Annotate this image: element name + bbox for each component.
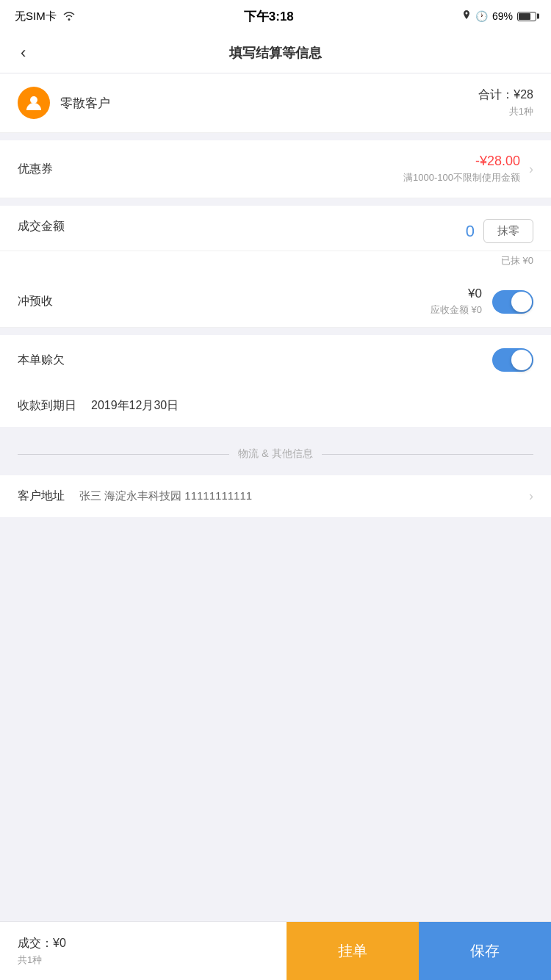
bottom-bar: 成交：¥0 共1种 挂单 保存	[0, 921, 551, 980]
nav-bar: ‹ 填写结算等信息	[0, 32, 551, 73]
address-value: 张三 海淀永丰科技园 11111111111	[79, 489, 252, 503]
customer-left: 零散客户	[18, 87, 110, 119]
address-row[interactable]: 客户地址 张三 海淀永丰科技园 11111111111 ›	[0, 475, 551, 517]
bottom-count: 共1种	[18, 954, 269, 967]
save-button[interactable]: 保存	[419, 922, 551, 981]
duedate-value: 2019年12月30日	[91, 398, 179, 414]
coupon-chevron-icon: ›	[529, 162, 533, 177]
toggle-knob	[511, 292, 532, 312]
status-bar: 无SIM卡 下午3:18 🕐 69%	[0, 0, 551, 32]
prepay-right: ¥0 应收金额 ¥0	[431, 287, 533, 317]
coupon-sub: 满1000-100不限制使用金额	[403, 171, 520, 184]
status-right: 🕐 69%	[462, 10, 536, 23]
coupon-value: -¥28.00	[403, 154, 520, 169]
divider-3	[0, 328, 551, 335]
divider-2	[0, 198, 551, 206]
duedate-row: 收款到期日 2019年12月30日	[0, 385, 551, 427]
coupon-label: 优惠券	[18, 162, 76, 177]
bottom-info: 成交：¥0 共1种	[0, 936, 287, 967]
debt-label: 本单赊欠	[18, 353, 76, 368]
bottom-deal: 成交：¥0	[18, 936, 269, 951]
prepay-amounts: ¥0 应收金额 ¥0	[431, 287, 482, 317]
divider-1	[0, 133, 551, 140]
battery-text: 69%	[492, 10, 513, 22]
prepay-label: 冲预收	[18, 294, 76, 309]
battery-icon	[517, 12, 536, 21]
deal-amount-value: 0	[466, 222, 475, 241]
content: 零散客户 合计：¥28 共1种 优惠券 -¥28.00 满1000-100不限制…	[0, 73, 551, 730]
divider-4	[0, 427, 551, 436]
nav-title: 填写结算等信息	[229, 44, 322, 62]
hang-button[interactable]: 挂单	[287, 922, 419, 981]
address-content: 客户地址 张三 海淀永丰科技园 11111111111	[18, 489, 529, 504]
customer-row[interactable]: 零散客户 合计：¥28 共1种	[0, 73, 551, 133]
svg-point-0	[30, 96, 37, 104]
debt-row: 本单赊欠	[0, 335, 551, 385]
prepay-toggle[interactable]	[492, 290, 533, 314]
deal-amount-sub: 已抹 ¥0	[0, 251, 551, 276]
deal-amount-row: 成交金额 0 抹零	[0, 206, 551, 251]
coupon-row[interactable]: 优惠券 -¥28.00 满1000-100不限制使用金额 ›	[0, 140, 551, 198]
address-chevron-icon: ›	[529, 489, 533, 504]
deal-value: ¥0	[53, 937, 66, 949]
status-time: 下午3:18	[244, 8, 294, 25]
avatar	[18, 87, 50, 119]
duedate-label: 收款到期日	[18, 398, 76, 414]
total-amount: 合计：¥28	[478, 87, 533, 103]
debt-toggle-knob	[511, 350, 532, 370]
wifi-icon	[62, 10, 76, 23]
alarm-icon: 🕐	[475, 10, 488, 22]
logistics-header: 物流 & 其他信息	[0, 436, 551, 472]
header-line-right	[322, 454, 533, 455]
coupon-right: -¥28.00 满1000-100不限制使用金额 ›	[403, 154, 533, 184]
carrier-text: 无SIM卡	[15, 10, 57, 24]
prepay-sub-amount: 应收金额 ¥0	[431, 303, 482, 317]
prepay-row: 冲预收 ¥0 应收金额 ¥0	[0, 276, 551, 328]
logistics-header-text: 物流 & 其他信息	[238, 447, 312, 461]
customer-name: 零散客户	[60, 95, 110, 112]
prepay-main-amount: ¥0	[431, 287, 482, 301]
round-off-button[interactable]: 抹零	[483, 219, 533, 243]
deal-prefix: 成交：	[18, 937, 53, 949]
deal-amount-right: 0 抹零	[466, 219, 533, 243]
coupon-info: -¥28.00 满1000-100不限制使用金额	[403, 154, 520, 184]
location-icon	[462, 10, 471, 23]
customer-total: 合计：¥28 共1种	[478, 87, 533, 118]
debt-toggle[interactable]	[492, 348, 533, 372]
total-count: 共1种	[478, 105, 533, 118]
status-left: 无SIM卡	[15, 10, 76, 24]
deal-amount-label: 成交金额	[18, 219, 76, 234]
divider-6	[0, 517, 551, 664]
header-line-left	[18, 454, 229, 455]
address-label: 客户地址	[18, 489, 65, 504]
back-button[interactable]: ‹	[15, 37, 32, 68]
